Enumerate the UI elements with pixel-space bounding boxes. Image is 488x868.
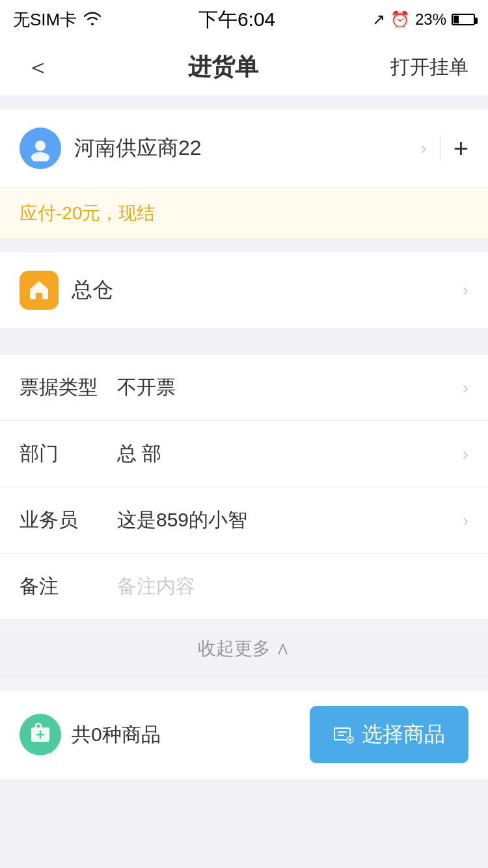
warehouse-name: 总仓: [72, 276, 456, 305]
section-divider-1: [0, 96, 488, 109]
svg-marker-3: [30, 281, 48, 289]
svg-point-1: [31, 152, 49, 161]
section-divider-3: [0, 329, 488, 342]
battery-percent: 23%: [415, 10, 446, 29]
status-bar-right: ↗ ⏰ 23%: [372, 10, 475, 29]
wifi-icon: [83, 10, 102, 30]
alarm-icon: ⏰: [390, 10, 410, 29]
dept-chevron-icon: ›: [463, 444, 468, 465]
warehouse-card: 总仓 ›: [0, 252, 488, 329]
sales-value: 这是859的小智: [117, 507, 456, 534]
sales-chevron-icon: ›: [463, 510, 468, 531]
supplier-avatar: [20, 128, 61, 169]
status-bar: 无SIM卡 下午6:04 ↗ ⏰ 23%: [0, 0, 488, 39]
supplier-card: 河南供应商22 › + 应付-20元，现结: [0, 109, 488, 239]
invoice-chevron-icon: ›: [463, 377, 468, 398]
notice-bar: 应付-20元，现结: [0, 188, 488, 239]
supplier-add-button[interactable]: +: [454, 134, 468, 163]
open-pending-button[interactable]: 打开挂单: [390, 54, 468, 81]
warehouse-chevron-icon: ›: [463, 280, 468, 301]
product-count-area: 共0种商品: [20, 714, 161, 755]
carrier-text: 无SIM卡: [13, 8, 77, 31]
sales-label: 业务员: [20, 507, 98, 534]
status-bar-time: 下午6:04: [198, 7, 275, 33]
invoice-row[interactable]: 票据类型 不开票 ›: [0, 355, 488, 421]
status-bar-left: 无SIM卡: [13, 8, 102, 31]
warehouse-row[interactable]: 总仓 ›: [0, 252, 488, 329]
remark-row[interactable]: 备注 备注内容: [0, 554, 488, 619]
page-background: [0, 779, 488, 868]
page-title: 进货单: [188, 51, 258, 83]
warehouse-icon: [20, 271, 59, 310]
collapse-button[interactable]: 收起更多 ∧: [198, 636, 291, 661]
select-product-icon: [333, 724, 354, 745]
collapse-bar: 收起更多 ∧: [0, 619, 488, 677]
invoice-label: 票据类型: [20, 374, 98, 401]
remark-input[interactable]: 备注内容: [117, 573, 468, 600]
bottom-bar: 共0种商品 选择商品: [0, 690, 488, 779]
nav-bar: ＜ 进货单 打开挂单: [0, 39, 488, 96]
remark-label: 备注: [20, 573, 98, 600]
product-count-text: 共0种商品: [72, 722, 161, 748]
section-divider-2: [0, 239, 488, 252]
select-product-label: 选择商品: [362, 720, 445, 749]
dept-value: 总 部: [117, 441, 456, 467]
svg-point-0: [35, 141, 46, 151]
back-button[interactable]: ＜: [20, 45, 56, 90]
supplier-chevron-icon: ›: [420, 138, 426, 159]
battery-icon: [452, 14, 475, 25]
supplier-name: 河南供应商22: [74, 134, 420, 163]
notice-text: 应付-20元，现结: [20, 203, 155, 223]
svg-rect-4: [36, 293, 42, 299]
supplier-divider: [440, 135, 441, 161]
sales-row[interactable]: 业务员 这是859的小智 ›: [0, 487, 488, 554]
invoice-value: 不开票: [117, 374, 456, 401]
product-count-icon: [20, 714, 61, 755]
dept-label: 部门: [20, 441, 98, 467]
location-icon: ↗: [372, 10, 385, 29]
dept-row[interactable]: 部门 总 部 ›: [0, 421, 488, 487]
form-section: 票据类型 不开票 › 部门 总 部 › 业务员 这是859的小智 › 备注 备注…: [0, 355, 488, 619]
supplier-row[interactable]: 河南供应商22 › +: [0, 109, 488, 188]
select-product-button[interactable]: 选择商品: [310, 706, 468, 763]
